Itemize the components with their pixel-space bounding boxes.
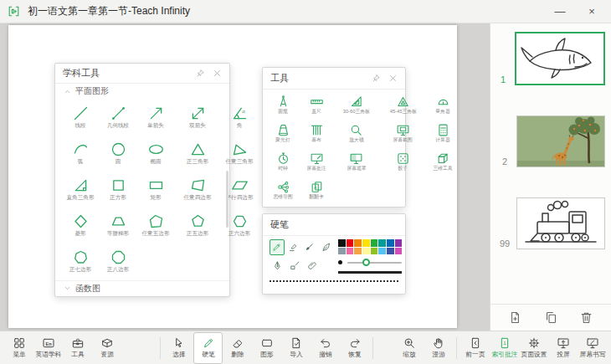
shape-item[interactable]: 正七边形	[59, 244, 101, 280]
pencil[interactable]	[270, 239, 285, 255]
tool-item[interactable]: 直尺	[300, 92, 333, 120]
highlighter[interactable]	[286, 239, 301, 255]
slider-knob[interactable]	[362, 259, 370, 266]
toolbar-button[interactable]: 页面设置	[519, 332, 548, 364]
shape-item[interactable]: 平行四边形	[218, 172, 260, 208]
color-swatch[interactable]	[395, 239, 403, 247]
shape-pen[interactable]	[287, 258, 303, 274]
delete-page-button[interactable]	[576, 307, 598, 329]
tool-item[interactable]: 幕布	[300, 120, 333, 149]
tool-item[interactable]: 屏幕遮罩	[333, 149, 380, 177]
color-swatch[interactable]	[395, 248, 403, 255]
slide-thumbnail[interactable]	[515, 32, 605, 85]
color-swatch[interactable]	[354, 239, 362, 247]
toolbar-button[interactable]: 投屏	[548, 332, 578, 364]
color-swatch[interactable]	[354, 248, 362, 255]
toolbar-button[interactable]: 图形	[252, 332, 281, 364]
shape-item[interactable]: 正八边形	[101, 244, 135, 280]
color-swatch[interactable]	[362, 239, 370, 247]
color-swatch[interactable]	[371, 248, 378, 255]
tool-item[interactable]: 骰子	[380, 149, 427, 177]
pin-icon[interactable]	[372, 74, 381, 83]
shape-item[interactable]: 角	[218, 100, 260, 136]
shape-item[interactable]: 弧	[59, 136, 101, 172]
texture-pen[interactable]	[305, 258, 321, 274]
tool-item[interactable]: 45-45三角板	[380, 92, 427, 120]
tool-item[interactable]: 屏幕截图	[380, 120, 427, 149]
shape-item[interactable]: 单箭头	[135, 100, 177, 136]
pin-icon[interactable]	[196, 69, 205, 78]
shape-item[interactable]: 正六边形	[218, 208, 260, 244]
shape-item[interactable]: 任意三角形	[218, 136, 260, 172]
shape-item[interactable]: 任意四边形	[177, 172, 218, 208]
shape-item[interactable]: 线段	[59, 100, 101, 136]
shape-item[interactable]: 双箭头	[177, 100, 218, 136]
shape-item[interactable]: 正方形	[101, 172, 135, 208]
tool-item[interactable]: 圆规	[266, 92, 300, 120]
quill-pen[interactable]	[319, 239, 334, 255]
shape-item[interactable]: 等腰梯形	[101, 208, 135, 244]
toolbar-button[interactable]: 缩放	[394, 332, 424, 364]
slide-thumbnail[interactable]	[516, 115, 605, 167]
tool-item[interactable]: 时钟	[266, 149, 300, 177]
shape-item[interactable]: 正五边形	[177, 208, 218, 244]
line-style-solid[interactable]	[338, 271, 402, 274]
close-button[interactable]: ×	[579, 1, 604, 23]
toolbar-button[interactable]: 硬笔	[193, 332, 223, 364]
close-icon[interactable]	[388, 74, 398, 83]
minimize-button[interactable]: —	[547, 1, 572, 23]
copy-page-button[interactable]	[540, 307, 562, 329]
close-icon[interactable]	[213, 69, 222, 78]
color-swatch[interactable]	[387, 248, 394, 255]
toolbar-button[interactable]: 撤销	[311, 332, 340, 364]
color-swatch[interactable]	[378, 248, 386, 255]
tool-item[interactable]: 屏幕批注	[300, 149, 333, 177]
shape-item[interactable]: 矩形	[135, 172, 177, 208]
toolbar-button[interactable]: 菜单	[4, 332, 33, 364]
tool-item[interactable]: 放大镜	[333, 120, 380, 149]
line-style-dotted[interactable]	[270, 280, 398, 282]
tool-item[interactable]: 翻翻卡	[300, 177, 333, 206]
shape-item[interactable]: 椭圆	[135, 136, 177, 172]
shape-item[interactable]: 几何线段	[101, 100, 135, 136]
section-plane-shapes[interactable]: 平面图形	[55, 84, 229, 99]
pen-panel-header[interactable]: 硬笔	[263, 214, 405, 236]
brush[interactable]	[302, 239, 317, 255]
toolbar-button[interactable]: 索引批注	[490, 332, 519, 364]
toolbar-button[interactable]: 屏幕书写	[578, 332, 607, 364]
tool-item[interactable]: 三维工具	[426, 149, 460, 177]
shape-item[interactable]: 正三角形	[177, 136, 218, 172]
toolbar-button[interactable]: 恢复	[340, 332, 369, 364]
tool-item[interactable]: 30-60三角板	[333, 92, 380, 120]
scrollbar-thumb[interactable]	[226, 171, 228, 228]
toolbar-button[interactable]: 漫游	[424, 332, 453, 364]
color-swatch[interactable]	[338, 239, 346, 247]
shape-item[interactable]: 圆	[101, 136, 135, 172]
tool-item[interactable]: 聚光灯	[266, 120, 300, 149]
color-swatch[interactable]	[347, 248, 354, 255]
slide-thumbnail[interactable]	[516, 197, 605, 249]
pen-size-slider[interactable]	[347, 262, 402, 264]
toolbar-button[interactable]: 工具	[63, 332, 92, 364]
color-swatch[interactable]	[371, 239, 378, 247]
toolbar-button[interactable]: 前一页	[460, 332, 490, 364]
color-swatch[interactable]	[387, 239, 394, 247]
tool-item[interactable]: 计算器	[426, 120, 460, 149]
shape-item[interactable]: 直角三角形	[59, 172, 101, 208]
tool-item[interactable]: 思维导图	[266, 177, 300, 206]
section-function-graphs[interactable]: 函数图	[55, 280, 229, 296]
subject-tools-header[interactable]: 学科工具	[55, 64, 229, 84]
color-swatch[interactable]	[362, 248, 370, 255]
shape-item[interactable]: 菱形	[59, 208, 101, 244]
new-page-button[interactable]	[505, 307, 526, 329]
toolbar-button[interactable]: 导入	[281, 332, 311, 364]
tools-panel-header[interactable]: 工具	[263, 68, 405, 90]
toolbar-button[interactable]: 选择	[164, 332, 193, 364]
color-swatch[interactable]	[378, 239, 386, 247]
shape-item[interactable]: 任意五边形	[135, 208, 177, 244]
color-swatch[interactable]	[347, 239, 354, 247]
toolbar-button[interactable]: 资源	[92, 332, 121, 364]
fountain-pen[interactable]	[270, 258, 285, 274]
color-swatch[interactable]	[338, 248, 346, 255]
toolbar-button[interactable]: 删除	[223, 332, 252, 364]
